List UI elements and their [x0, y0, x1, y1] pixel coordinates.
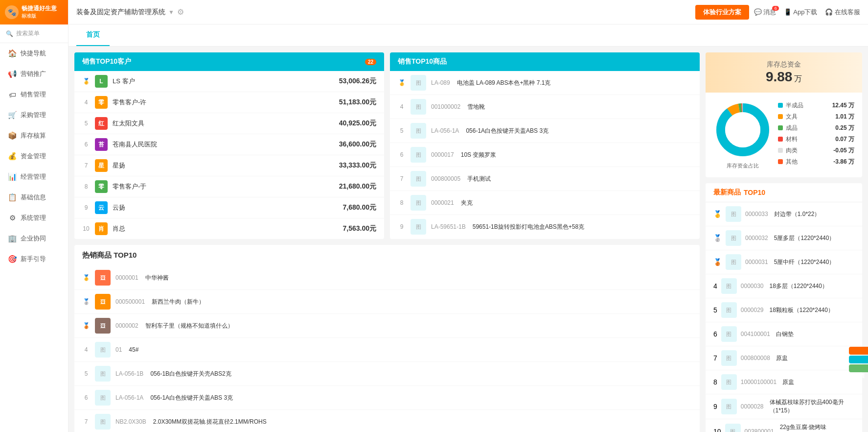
rank-number: 6 [398, 151, 406, 158]
new-product-row[interactable]: 🥈 图 0000032 5厘多层（1220*2440） [706, 226, 862, 250]
product-thumb: 图 [721, 399, 737, 414]
online-service[interactable]: 🎧 在线客服 [825, 8, 860, 17]
product-code: LA-056-1B [115, 370, 143, 377]
customer-list: 🥇 L LS 客户 53,006.26元 4 零 零售客户-许 51,183.0… [74, 71, 384, 239]
sidebar-item-label: 经营管理 [21, 172, 46, 181]
customer-row[interactable]: 5 红 红太阳文具 40,925.00元 [74, 113, 384, 134]
customer-row[interactable]: 8 零 零售客户-于 21,680.00元 [74, 176, 384, 197]
customer-name: 零售客户-于 [113, 182, 334, 191]
marketing-icon: 📢 [8, 70, 17, 78]
sidebar-item-system[interactable]: ⚙ 系统管理 [0, 208, 68, 228]
float-live[interactable]: 直播 [849, 364, 868, 372]
product-code: 0000032 [745, 235, 768, 241]
rank-number: 🥉 [82, 322, 90, 329]
hot-product-row[interactable]: 6 图 LA-056-1A 056-1A白色按键开关盖ABS 3克 [74, 386, 700, 410]
product-row[interactable]: 7 图 000800005 手机测试 [390, 167, 700, 191]
top-products-sales-card: 销售TOP10商品 🥇 图 LA-089 电池盖 LA-089 ABS本色+黑种… [390, 52, 700, 239]
sidebar-item-inventory[interactable]: 📦 库存核算 [0, 125, 68, 146]
rank-icon: 5 [713, 306, 717, 314]
product-thumb: 图 [95, 366, 111, 382]
rank-number: 🥈 [82, 298, 90, 305]
new-product-row[interactable]: 6 图 004100001 白钢垫 [706, 322, 862, 346]
sidebar: 🐾 畅捷通好生意 标准版 🔍 搜索菜单 🏠 快捷导航 📢 营销推广 🏷 销售管理… [0, 0, 69, 432]
sidebar-item-finance[interactable]: 💰 资金管理 [0, 146, 68, 167]
trial-button[interactable]: 体验行业方案 [695, 5, 749, 20]
sidebar-item-enterprise[interactable]: 🏢 企业协同 [0, 228, 68, 249]
hot-product-row[interactable]: 4 图 01 45# [74, 338, 700, 362]
customer-row[interactable]: 7 星 星扬 33,333.00元 [74, 155, 384, 176]
float-community[interactable]: 服务社区 [849, 356, 868, 363]
rank-number: 4 [82, 346, 90, 353]
hot-product-row[interactable]: 🥇 🖼 0000001 中华神酱 [74, 266, 700, 290]
customer-amount: 33,333.00元 [339, 161, 376, 170]
customer-row[interactable]: 🥇 L LS 客户 53,006.26元 [74, 71, 384, 92]
sidebar-item-purchase[interactable]: 🛒 采购管理 [0, 105, 68, 125]
sidebar-item-sales[interactable]: 🏷 销售管理 [0, 84, 68, 105]
product-name: 056-1A白色按键开关盖ABS 3克 [466, 127, 692, 135]
new-product-row[interactable]: 8 图 10000100001 原盅 [706, 370, 862, 394]
legend-name: 半成品 [786, 101, 829, 110]
sidebar-item-marketing[interactable]: 📢 营销推广 [0, 64, 68, 84]
product-row[interactable]: 6 图 0000017 10S 变频罗浆 [390, 143, 700, 167]
sidebar-item-label: 基础信息 [21, 193, 46, 202]
new-product-row[interactable]: 9 图 0000028 体械荔枝味苏打饮品400毫升（1*15） [706, 394, 862, 419]
search-menu[interactable]: 🔍 搜索菜单 [0, 24, 68, 43]
customer-avatar: L [95, 75, 108, 88]
product-code: 0000021 [431, 199, 454, 206]
product-name: 中华神酱 [145, 274, 692, 282]
product-row[interactable]: 9 图 LA-59651-1B 59651-1B旋转投影灯电池盒ABS黑色+58… [390, 215, 700, 239]
hot-product-row[interactable]: 🥈 🖼 000500001 新西兰牛肉（新牛） [74, 290, 700, 314]
product-row[interactable]: 4 图 001000002 雪地靴 [390, 95, 700, 119]
legend-value: 1.01 万 [835, 113, 854, 121]
rank-number: 7 [82, 162, 90, 169]
sidebar-item-quick-nav[interactable]: 🏠 快捷导航 [0, 43, 68, 64]
message-badge[interactable]: 💬 消息 6 [754, 8, 777, 17]
product-row[interactable]: 8 图 0000021 夹克 [390, 191, 700, 215]
right-panel: 库存总资金 9.88 万 [706, 52, 862, 432]
system-title: 装备及固定资产辅助管理系统 [76, 8, 165, 17]
rank-icon: 🥉 [713, 258, 722, 266]
rank-number: 🥇 [82, 78, 90, 85]
legend-item: 成品 0.25 万 [778, 124, 854, 132]
new-product-row[interactable]: 5 图 0000029 18颗粒板（1220*2440） [706, 298, 862, 322]
enterprise-icon: 🏢 [8, 234, 17, 243]
sales-icon: 🏷 [8, 91, 17, 99]
svg-point-5 [725, 112, 760, 147]
legend-dot [778, 148, 783, 153]
customer-row[interactable]: 6 苔 苍南县人民医院 36,600.00元 [74, 134, 384, 155]
customer-row[interactable]: 9 云 云扬 7,680.00元 [74, 197, 384, 218]
new-product-row[interactable]: 4 图 0000030 18多层（1220*2440） [706, 274, 862, 298]
hot-product-row[interactable]: 🥉 🖼 0000002 智利车子里（规格不知道填什么） [74, 314, 700, 338]
new-product-row[interactable]: 🥇 图 0000033 封边带（1.0*22） [706, 202, 862, 226]
new-product-row[interactable]: 7 图 000800008 原盅 [706, 346, 862, 370]
new-product-row[interactable]: 10 图 003800001 22g鱼豆腐·烧烤味（1*12*20） [706, 419, 862, 432]
base-icon: 📋 [8, 193, 17, 202]
float-customer-service[interactable]: 客服热线 [849, 347, 868, 355]
sidebar-item-base[interactable]: 📋 基础信息 [0, 187, 68, 208]
tab-home[interactable]: 首页 [76, 24, 110, 46]
product-code: 004100001 [741, 331, 770, 337]
chevron-down-icon[interactable]: ▼ [168, 9, 174, 16]
hot-product-row[interactable]: 7 图 NB2.0X30B 2.0X30MM双搓花轴.搓花直径2.1MM/ROH… [74, 410, 700, 432]
customer-row[interactable]: 4 零 零售客户-许 51,183.00元 [74, 92, 384, 113]
top-section: 销售TOP10客户 22 🥇 L LS 客户 53,006.26元 4 零 零售… [74, 52, 700, 239]
customer-row[interactable]: 10 肖 肖总 7,563.00元 [74, 218, 384, 239]
product-row[interactable]: 🥇 图 LA-089 电池盖 LA-089 ABS本色+黑种 7.1克 [390, 71, 700, 95]
app-name: 畅捷通好生意 [22, 5, 57, 13]
customers-badge: 22 [365, 59, 376, 65]
rank-number: 5 [398, 127, 406, 134]
product-thumb: 图 [726, 230, 741, 246]
customer-avatar: 零 [95, 96, 108, 109]
product-thumb: 图 [411, 147, 426, 163]
gear-icon[interactable]: ⚙ [177, 7, 184, 17]
sidebar-item-operations[interactable]: 📊 经营管理 [0, 167, 68, 187]
customer-name: 云扬 [113, 203, 338, 212]
product-name: 18颗粒板（1220*2440） [770, 306, 854, 314]
product-row[interactable]: 5 图 LA-056-1A 056-1A白色按键开关盖ABS 3克 [390, 119, 700, 143]
new-product-row[interactable]: 🥉 图 0000031 5厘中纤（1220*2440） [706, 250, 862, 274]
hot-product-row[interactable]: 5 图 LA-056-1B 056-1B白色按键开关壳ABS2克 [74, 362, 700, 386]
rank-number: 6 [82, 141, 90, 148]
top-customers-card: 销售TOP10客户 22 🥇 L LS 客户 53,006.26元 4 零 零售… [74, 52, 384, 239]
sidebar-item-guide[interactable]: 🎯 新手引导 [0, 249, 68, 269]
app-download[interactable]: 📱 App下载 [784, 8, 817, 17]
